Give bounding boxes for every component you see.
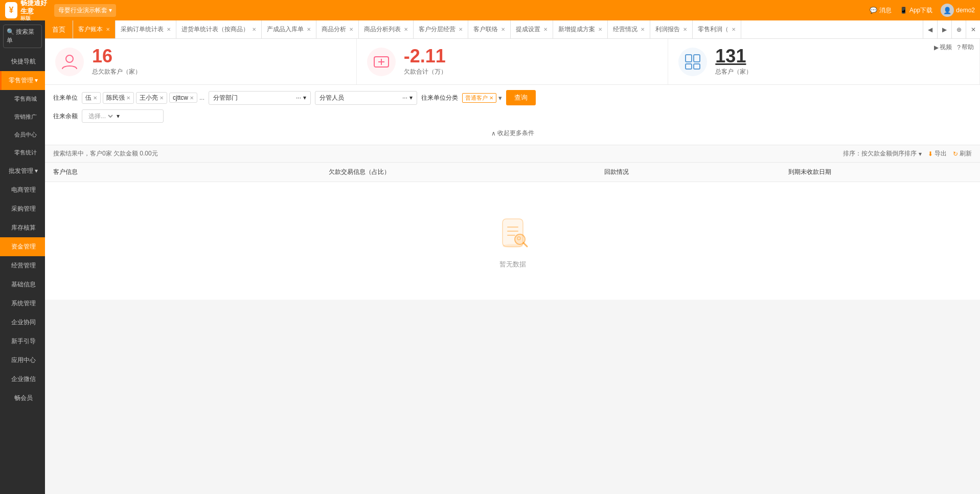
sidebar-item-system-mgmt[interactable]: 系统管理 bbox=[0, 294, 45, 313]
sidebar-item-ecommerce-mgmt[interactable]: 电商管理 bbox=[0, 181, 45, 199]
col-customer-info: 客户信息 bbox=[53, 168, 329, 176]
tab-product-analysis-list[interactable]: 商品分析列表 ✕ bbox=[359, 20, 414, 39]
tab-customer-account[interactable]: 客户账本 ✕ bbox=[73, 20, 116, 39]
tab-close-product-analysis[interactable]: ✕ bbox=[349, 27, 353, 32]
results-sort[interactable]: 排序：按欠款金额倒序排序 ▾ bbox=[843, 149, 922, 158]
balance-filter-label: 往来余额 bbox=[53, 112, 78, 121]
tab-close-customer-account[interactable]: ✕ bbox=[106, 27, 110, 32]
total-customers-label: 总客户（家） bbox=[715, 68, 752, 76]
tab-product-in[interactable]: 产成品入库单 ✕ bbox=[262, 20, 316, 39]
tab-close-customer-contact[interactable]: ✕ bbox=[501, 27, 505, 32]
export-btn[interactable]: ⬇ 导出 bbox=[928, 149, 947, 158]
tab-close-all-btn[interactable]: ✕ bbox=[966, 20, 980, 39]
sidebar-item-basic-info[interactable]: 基础信息 bbox=[0, 275, 45, 294]
dept-filter-arrow-icon: ▾ bbox=[303, 94, 306, 101]
tab-profit-report[interactable]: 利润报告 ✕ bbox=[650, 20, 693, 39]
table-header: 客户信息 欠款交易信息（占比） 回款情况 到期未收款日期 bbox=[45, 163, 980, 182]
unit-more-btn[interactable]: ... bbox=[199, 94, 204, 101]
balance-filter-input[interactable]: 选择... ▾ bbox=[82, 109, 164, 123]
debt-amount-card-data: -2.11 欠款合计（万） bbox=[404, 47, 447, 76]
help-link[interactable]: ? 帮助 bbox=[957, 43, 974, 52]
tab-close-tip-settings[interactable]: ✕ bbox=[543, 27, 548, 32]
sidebar-item-member-center[interactable]: 会员中心 bbox=[0, 126, 45, 144]
sidebar-item-wholesale-mgmt[interactable]: 批发管理 ▾ bbox=[0, 162, 45, 181]
tab-close-profit-report[interactable]: ✕ bbox=[683, 27, 687, 32]
sidebar-item-purchase-mgmt[interactable]: 采购管理 bbox=[0, 199, 45, 218]
tab-close-business-situation[interactable]: ✕ bbox=[641, 27, 645, 32]
tab-prev-btn[interactable]: ◀ bbox=[923, 20, 937, 39]
sidebar-item-newbie-guide[interactable]: 新手引导 bbox=[0, 332, 45, 351]
tab-product-analysis[interactable]: 商品分析 ✕ bbox=[316, 20, 359, 39]
filter-row-1: 往来单位 伍 ✕ 陈民强 ✕ 王小亮 bbox=[53, 90, 972, 105]
sidebar-item-app-center[interactable]: 应用中心 bbox=[0, 351, 45, 370]
sidebar-search-btn[interactable]: 🔍 搜索菜单 bbox=[3, 25, 42, 48]
app-download-btn[interactable]: 📱 App下载 bbox=[900, 6, 932, 15]
unit-tag-wu: 伍 ✕ bbox=[82, 92, 101, 104]
tab-stock-in-stats[interactable]: 进货单统计表（按商品） ✕ bbox=[176, 20, 262, 39]
tab-retail-profit[interactable]: 零售利润（ ✕ bbox=[693, 20, 741, 39]
message-btn[interactable]: 💬 消息 bbox=[870, 6, 892, 15]
unit-tags-container: 伍 ✕ 陈民强 ✕ 王小亮 ✕ bbox=[82, 92, 204, 104]
tab-close-retail-profit[interactable]: ✕ bbox=[732, 27, 736, 32]
sidebar-item-finance-mgmt[interactable]: 资金管理 bbox=[0, 237, 45, 256]
tab-close-purchase-order-stats[interactable]: ✕ bbox=[167, 27, 171, 32]
tab-close-stock-in-stats[interactable]: ✕ bbox=[252, 27, 256, 32]
tab-purchase-order-stats[interactable]: 采购订单统计表 ✕ bbox=[116, 20, 176, 39]
sidebar-item-enterprise-coop[interactable]: 企业协同 bbox=[0, 313, 45, 332]
total-customers-value: 131 bbox=[715, 47, 752, 65]
debt-amount-value: -2.11 bbox=[404, 47, 447, 65]
tab-new-tip-plan[interactable]: 新增提成方案 ✕ bbox=[553, 20, 608, 39]
collapse-btn[interactable]: ∧ 收起更多条件 bbox=[491, 129, 534, 138]
balance-filter-arrow-icon: ▾ bbox=[117, 113, 120, 120]
tab-close-product-in[interactable]: ✕ bbox=[307, 27, 311, 32]
unit-tag-wang-close[interactable]: ✕ bbox=[159, 95, 164, 101]
sidebar-search-area: 🔍 搜索菜单 bbox=[0, 20, 45, 52]
category-tag-normal-close[interactable]: ✕ bbox=[489, 95, 493, 101]
sidebar-item-vip-member[interactable]: 畅会员 bbox=[0, 389, 45, 408]
sort-arrow-icon: ▾ bbox=[919, 150, 922, 158]
tab-business-situation[interactable]: 经营情况 ✕ bbox=[608, 20, 650, 39]
tab-customer-tier[interactable]: 客户分层经营 ✕ bbox=[414, 20, 468, 39]
unit-tag-chen-close[interactable]: ✕ bbox=[126, 95, 130, 101]
tab-next-btn[interactable]: ▶ bbox=[937, 20, 951, 39]
unit-tag-wu-close[interactable]: ✕ bbox=[93, 95, 97, 101]
balance-filter-select[interactable]: 选择... bbox=[86, 112, 115, 120]
tab-home[interactable]: 首页 bbox=[45, 20, 73, 39]
summary-card-debt-amount: -2.11 欠款合计（万） bbox=[357, 39, 669, 84]
sidebar-item-quick-nav[interactable]: 快捷导航 bbox=[0, 52, 45, 71]
tab-customer-contact[interactable]: 客户联络 ✕ bbox=[468, 20, 511, 39]
debtors-label: 总欠款客户（家） bbox=[92, 68, 141, 76]
top-bar: ¥ 畅捷通好生意 标版 母婴行业演示帐套 ▾ 💬 消息 📱 App下载 👤 bbox=[0, 0, 980, 20]
sidebar-item-retail-mall[interactable]: 零售商城 bbox=[0, 90, 45, 108]
user-menu[interactable]: 👤 demo2 bbox=[941, 4, 975, 17]
video-link[interactable]: ▶ 视频 bbox=[934, 43, 952, 52]
tab-close-product-analysis-list[interactable]: ✕ bbox=[404, 27, 408, 32]
person-filter-arrow-icon: ▾ bbox=[409, 94, 413, 101]
refresh-btn[interactable]: ↻ 刷新 bbox=[953, 149, 972, 158]
total-customers-card-data: 131 总客户（家） bbox=[715, 47, 752, 76]
tab-close-new-tip-plan[interactable]: ✕ bbox=[598, 27, 602, 32]
category-filter-arrow[interactable]: ▾ bbox=[498, 94, 502, 102]
category-tag-normal: 普通客户 ✕ bbox=[462, 93, 496, 103]
sidebar-item-enterprise-wechat[interactable]: 企业微信 bbox=[0, 370, 45, 389]
dept-filter[interactable]: 分管部门 ··· ▾ bbox=[209, 91, 311, 105]
page-content: 16 总欠款客户（家） -2.11 bbox=[45, 39, 980, 494]
tab-tip-settings[interactable]: 提成设置 ✕ bbox=[511, 20, 553, 39]
sidebar-item-operations-mgmt[interactable]: 经营管理 bbox=[0, 256, 45, 275]
tab-close-customer-tier[interactable]: ✕ bbox=[459, 27, 463, 32]
unit-tag-cj-close[interactable]: ✕ bbox=[190, 95, 194, 101]
store-selector[interactable]: 母婴行业演示帐套 ▾ bbox=[54, 4, 116, 17]
refresh-icon: ↻ bbox=[953, 150, 958, 158]
sidebar-item-marketing[interactable]: 营销推广 bbox=[0, 108, 45, 126]
app-title: 畅捷通好生意 bbox=[20, 0, 50, 15]
sidebar-item-inventory-check[interactable]: 库存核算 bbox=[0, 218, 45, 237]
person-filter[interactable]: 分管人员 ··· ▾ bbox=[315, 91, 417, 105]
content-area: 首页 客户账本 ✕ 采购订单统计表 ✕ 进货单统计表（按商品） ✕ 产成品入库单… bbox=[45, 20, 980, 494]
query-btn[interactable]: 查询 bbox=[506, 90, 536, 105]
export-icon: ⬇ bbox=[928, 150, 933, 158]
debtors-card-icon bbox=[55, 48, 84, 76]
tab-nav-arrows: ◀ ▶ ⊕ ✕ bbox=[923, 20, 980, 39]
tab-expand-btn[interactable]: ⊕ bbox=[951, 20, 966, 39]
sidebar-item-retail-stats[interactable]: 零售统计 bbox=[0, 144, 45, 162]
sidebar-item-retail-mgmt[interactable]: 零售管理 ▾ bbox=[0, 71, 45, 90]
